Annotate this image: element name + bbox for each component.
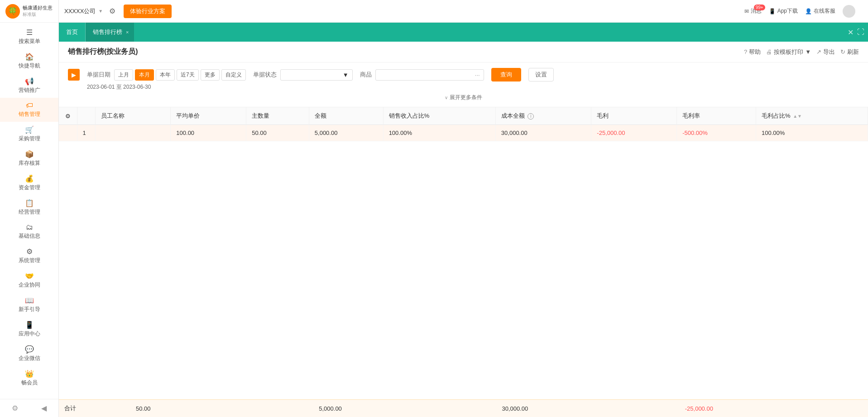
- sidebar-item-sales[interactable]: 🏷 销售管理: [0, 98, 58, 122]
- table-cell-main-qty: 50.00: [246, 125, 309, 141]
- help-btn[interactable]: ? 帮助: [744, 48, 761, 56]
- sidebar-item-member[interactable]: 👑 畅会员: [0, 366, 58, 390]
- help-label: 帮助: [749, 48, 761, 56]
- table-cell-rank: 1: [77, 125, 95, 141]
- sidebar-item-inventory[interactable]: 📦 库存核算: [0, 146, 58, 171]
- sidebar-logo: 🍀 畅康通好生意 标准版: [0, 0, 58, 23]
- filter-settings-button[interactable]: 设置: [528, 68, 554, 81]
- query-button[interactable]: 查询: [491, 68, 521, 81]
- online-service-btn[interactable]: 👤 在线客服: [805, 7, 835, 15]
- table-row: 1 100.00 50.00 5,000.00 100.00% 30,000.0…: [59, 125, 868, 141]
- filter-area: ▶ 单据日期 上月 本月 本年 近7天 更多 自定义 单据状态: [59, 62, 868, 107]
- basic-icon: 🗂: [26, 223, 33, 231]
- top-bar-right: ✉ 消息 99+ 📱 App下载 👤 在线客服: [744, 5, 863, 18]
- table-cell-gross: -25,000.00: [591, 125, 677, 141]
- sidebar-item-label: 应用中心: [19, 330, 40, 338]
- trial-button[interactable]: 体验行业方案: [124, 5, 172, 18]
- company-selector[interactable]: XXXXX公司 ▼: [64, 7, 103, 15]
- sidebar-item-app-center[interactable]: 📱 应用中心: [0, 317, 58, 341]
- sidebar-collapse-btn[interactable]: ◀: [41, 404, 47, 412]
- chevron-down-expand-icon: ∨: [445, 95, 448, 100]
- table-col-rank: [77, 107, 95, 125]
- gross-pct-sort-icon[interactable]: ▲▼: [793, 114, 802, 119]
- help-icon: ?: [744, 48, 747, 55]
- table-cell-amount: 5,000.00: [309, 125, 383, 141]
- date-btn-prev-month[interactable]: 上月: [114, 69, 133, 81]
- status-select[interactable]: ▼: [280, 69, 353, 81]
- sidebar-item-basic[interactable]: 🗂 基础信息: [0, 220, 58, 244]
- expand-conditions-label: 展开更多条件: [450, 94, 482, 101]
- sidebar-item-purchase[interactable]: 🛒 采购管理: [0, 122, 58, 146]
- goods-more-icon: ···: [475, 72, 480, 78]
- print-icon: 🖨: [766, 48, 772, 55]
- tab-bar: 首页 销售排行榜 × ✕ ⛶: [59, 23, 868, 42]
- column-settings-icon[interactable]: ⚙: [65, 113, 71, 120]
- logo-icon: 🍀: [5, 4, 20, 19]
- date-btn-current-month[interactable]: 本月: [135, 69, 154, 81]
- sidebar-item-wechat[interactable]: 💬 企业微信: [0, 341, 58, 366]
- date-btn-more[interactable]: 更多: [201, 69, 220, 81]
- sidebar-item-system[interactable]: ⚙ 系统管理: [0, 244, 58, 268]
- date-range-text: 2023-06-01 至 2023-06-30: [87, 84, 151, 90]
- table-col-gross: 毛利: [591, 107, 677, 125]
- messages-btn[interactable]: ✉ 消息 99+: [744, 7, 762, 15]
- sidebar-item-marketing[interactable]: 📢 营销推广: [0, 73, 58, 98]
- sidebar: 🍀 畅康通好生意 标准版 ☰ 搜索菜单 🏠 快捷导航 📢 营销推广 🏷 销售管理…: [0, 0, 59, 417]
- sidebar-item-operation[interactable]: 📋 经营管理: [0, 195, 58, 220]
- app-download-btn[interactable]: 📱 App下载: [769, 7, 798, 15]
- footer-cell-cost: 30,000.00: [497, 405, 680, 412]
- sidebar-item-label: 系统管理: [19, 257, 40, 264]
- app-download-label: App下载: [777, 7, 798, 15]
- template-print-label: 按模板打印: [774, 48, 803, 56]
- table-col-gross-pct: 毛利占比% ▲▼: [756, 107, 868, 125]
- sidebar-item-label: 基础信息: [19, 232, 40, 240]
- sidebar-item-label: 搜索菜单: [19, 38, 40, 45]
- sidebar-item-quick-nav[interactable]: 🏠 快捷导航: [0, 49, 58, 73]
- table-col-cost: 成本全额 i: [495, 107, 591, 125]
- sidebar-item-label: 企业协同: [19, 281, 40, 289]
- search-menu-icon: ☰: [26, 28, 33, 37]
- sidebar-item-label: 资金管理: [19, 184, 40, 192]
- sidebar-item-guide[interactable]: 📖 新手引导: [0, 292, 58, 317]
- table-cell-employee: [95, 125, 171, 141]
- date-btn-custom[interactable]: 自定义: [221, 69, 246, 81]
- sidebar-item-finance[interactable]: 💰 资金管理: [0, 171, 58, 195]
- member-icon: 👑: [25, 369, 34, 378]
- status-filter-label: 单据状态: [253, 71, 277, 79]
- table-col-amount: 全额: [309, 107, 383, 125]
- avatar[interactable]: [843, 5, 855, 18]
- chevron-down-icon: ▼: [98, 9, 103, 14]
- table-col-settings[interactable]: ⚙: [59, 107, 77, 125]
- refresh-label: 刷新: [847, 48, 859, 56]
- logo-sub: 标准版: [23, 11, 53, 18]
- table-cell-gross-rate: -500.00%: [677, 125, 756, 141]
- sidebar-item-collab[interactable]: 🤝 企业协同: [0, 268, 58, 292]
- sidebar-nav: ☰ 搜索菜单 🏠 快捷导航 📢 营销推广 🏷 销售管理 🛒 采购管理 📦 库存核…: [0, 23, 58, 399]
- system-icon: ⚙: [26, 247, 33, 256]
- date-btn-last-7-days[interactable]: 近7天: [177, 69, 199, 81]
- date-btn-current-year[interactable]: 本年: [156, 69, 175, 81]
- cost-info-icon[interactable]: i: [528, 113, 534, 120]
- table-header-row: ⚙ 员工名称 平均单价 主数量 全额 销售收入占比% 成本全额 i 毛利: [59, 107, 868, 125]
- goods-select[interactable]: ···: [375, 69, 484, 81]
- expand-conditions-btn[interactable]: ∨ 展开更多条件: [68, 91, 859, 101]
- export-btn[interactable]: ↗ 导出: [816, 48, 835, 56]
- sidebar-item-label: 畅会员: [21, 379, 38, 387]
- tab-close-icon[interactable]: ×: [126, 29, 129, 35]
- company-settings-icon[interactable]: ⚙: [109, 7, 115, 15]
- status-filter: 单据状态 ▼: [253, 69, 353, 81]
- tab-close-window-icon[interactable]: ✕: [848, 28, 854, 37]
- expand-arrow-btn[interactable]: ▶: [68, 69, 80, 81]
- tab-maximize-icon[interactable]: ⛶: [857, 28, 864, 36]
- refresh-btn[interactable]: ↻ 刷新: [840, 48, 859, 56]
- tab-home[interactable]: 首页: [59, 23, 86, 42]
- sidebar-item-search[interactable]: ☰ 搜索菜单: [0, 24, 58, 49]
- wechat-icon: 💬: [25, 345, 34, 354]
- tab-sales-ranking[interactable]: 销售排行榜 ×: [86, 23, 134, 42]
- template-print-btn[interactable]: 🖨 按模板打印 ▼: [766, 48, 811, 56]
- goods-filter-label: 商品: [360, 71, 372, 79]
- app-center-icon: 📱: [25, 321, 34, 329]
- tab-bar-right: ✕ ⛶: [848, 28, 868, 37]
- sidebar-item-label: 营销推广: [19, 86, 40, 94]
- sidebar-settings-btn[interactable]: ⚙: [12, 404, 18, 412]
